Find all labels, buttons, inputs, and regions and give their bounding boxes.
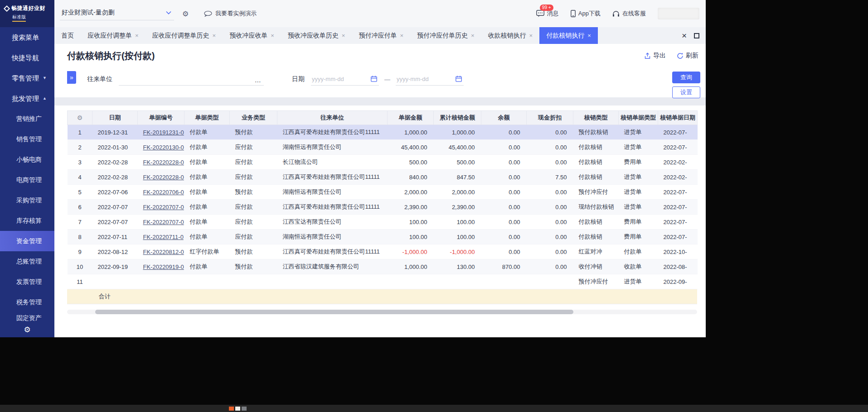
sidebar-item-税务管理[interactable]: 税务管理 (0, 292, 54, 312)
column-header[interactable]: 日期 (92, 111, 138, 125)
column-header[interactable]: 业务类型 (230, 111, 277, 125)
sidebar-item-库存核算[interactable]: 库存核算 (0, 211, 54, 231)
tab-close-icon[interactable]: × (587, 32, 591, 39)
table-row[interactable]: 11预付冲应付进货单2022-09- (68, 274, 698, 289)
sidebar-item-营销推广[interactable]: 营销推广 (0, 109, 54, 129)
sidebar-item-固定资产[interactable]: 固定资产 (0, 312, 54, 323)
table-row[interactable]: 92022-08-12FK-20220812-0红字付款单预付款江西真可爱布娃娃… (68, 244, 698, 259)
sidebar-item-发票管理[interactable]: 发票管理 (0, 272, 54, 292)
tab-close-icon[interactable]: × (135, 32, 139, 39)
sidebar-item-小畅电商[interactable]: 小畅电商 (0, 149, 54, 170)
sidebar-item-零售管理[interactable]: 零售管理▼ (0, 68, 54, 88)
tab-应收应付调整单历史[interactable]: 应收应付调整单历史× (145, 27, 223, 44)
column-header[interactable]: 核销单据日期 (658, 111, 698, 125)
cell-balance (481, 274, 527, 289)
doc-number-link[interactable]: FK-20220919-0 (143, 263, 184, 270)
search-button[interactable]: 查询 (672, 72, 700, 83)
tab-close-icon[interactable]: × (213, 32, 216, 39)
expand-filter-button[interactable]: » (67, 71, 76, 84)
sidebar-settings-gear-icon[interactable]: ⚙ (0, 325, 54, 335)
sidebar-item-总账管理[interactable]: 总账管理 (0, 251, 54, 272)
calendar-icon[interactable] (456, 76, 462, 82)
tab-close-icon[interactable]: × (342, 32, 345, 39)
tab-收款核销执行[interactable]: 收款核销执行× (481, 27, 540, 44)
tab-首页[interactable]: 首页 (54, 27, 81, 44)
org-selector[interactable]: 好业财测试-量勿删 (60, 7, 174, 20)
settings-gear-icon[interactable]: ⚙ (182, 10, 189, 18)
grid-settings-header[interactable]: ⚙ (68, 111, 92, 125)
sidebar-item-采购管理[interactable]: 采购管理 (0, 190, 54, 211)
calendar-icon[interactable] (371, 76, 377, 82)
tab-close-icon[interactable]: × (471, 32, 475, 39)
tab-close-icon[interactable]: × (400, 32, 403, 39)
doc-number-link[interactable]: FK-20220706-0 (143, 189, 184, 196)
column-header[interactable]: 单据编号 (138, 111, 184, 125)
cell-partner: 湖南恒远有限责任公司 (277, 230, 388, 244)
column-header[interactable]: 核销单据类型 (619, 111, 658, 125)
export-label: 导出 (653, 52, 666, 60)
table-row[interactable]: 22022-01-30FK-20220130-0付款单应付款湖南恒远有限责任公司… (68, 140, 698, 155)
tab-预收冲应收单历史[interactable]: 预收冲应收单历史× (281, 27, 352, 44)
close-all-icon[interactable]: × (682, 31, 687, 40)
date-from-input[interactable]: yyyy-mm-dd (311, 74, 379, 86)
tab-close-icon[interactable]: × (529, 32, 533, 39)
user-name-redacted[interactable] (658, 8, 699, 19)
table-row[interactable]: 102022-09-19FK-20220919-0付款单预付款江西省琼汉建筑服务… (68, 259, 698, 274)
cell-verify_date: 2022-10- (658, 244, 698, 259)
partner-filter-input[interactable]: ⋯ (119, 74, 264, 86)
fullscreen-icon[interactable] (694, 33, 699, 38)
tab-预付冲应付单[interactable]: 预付冲应付单× (352, 27, 410, 44)
app-download-button[interactable]: App下载 (571, 10, 601, 18)
sidebar-item-资金管理[interactable]: 资金管理 (0, 231, 54, 251)
column-header[interactable]: 单据类型 (184, 111, 230, 125)
doc-number-link[interactable]: FK-20220130-0 (143, 144, 184, 151)
export-button[interactable]: 导出 (644, 52, 666, 60)
table-row[interactable]: 32022-02-28FK-20220228-0付款单应付款长江物流公司500.… (68, 155, 698, 170)
demo-link[interactable]: 我要看实例演示 (204, 10, 257, 18)
tab-付款核销执行[interactable]: 付款核销执行× (539, 27, 598, 44)
messages-button[interactable]: 99 + 消息 (536, 10, 559, 18)
settings-button[interactable]: 设置 (672, 86, 700, 98)
cell-verify_doc_type: 进货单 (619, 170, 658, 185)
cell-verified: 500.00 (434, 155, 481, 170)
doc-number-link[interactable]: FK-20220711-0 (143, 234, 184, 240)
doc-number-link[interactable]: FK-20220228-0 (143, 159, 184, 166)
sidebar-item-电商管理[interactable]: 电商管理 (0, 170, 54, 190)
table-row[interactable]: 72022-07-07FK-20220707-0付款单应付款江西宝达有限责任公司… (68, 215, 698, 230)
online-service-button[interactable]: 在线客服 (612, 10, 646, 18)
table-row[interactable]: 52022-07-06FK-20220706-0付款单预付款湖南恒远有限责任公司… (68, 185, 698, 200)
cell-amount: 100.00 (388, 215, 434, 230)
column-header[interactable]: 累计核销金额 (434, 111, 481, 125)
taskbar-icon[interactable] (229, 407, 247, 411)
table-row[interactable]: 12019-12-31FK-20191231-0付款单预付款江西真可爱布娃娃有限… (68, 125, 698, 140)
column-header[interactable]: 核销类型 (573, 111, 619, 125)
doc-number-link[interactable]: FK-20220707-0 (143, 219, 184, 225)
sidebar-item-label: 税务管理 (16, 292, 42, 312)
tab-应收应付调整单[interactable]: 应收应付调整单× (81, 27, 145, 44)
column-header[interactable]: 往来单位 (277, 111, 388, 125)
lookup-more-icon[interactable]: ⋯ (255, 79, 261, 84)
sidebar-item-批发管理[interactable]: 批发管理▲ (0, 88, 54, 109)
sidebar-item-label: 快捷导航 (12, 48, 39, 68)
refresh-button[interactable]: 刷新 (677, 52, 698, 60)
doc-number-link[interactable]: FK-20220812-0 (143, 249, 184, 255)
table-row[interactable]: 42022-02-28FK-20220228-0付款单应付款江西真可爱布娃娃有限… (68, 170, 698, 185)
tab-预付冲应付单历史[interactable]: 预付冲应付单历史× (410, 27, 481, 44)
cell-amount: 1,000.00 (388, 259, 434, 274)
column-header[interactable]: 现金折扣 (527, 111, 573, 125)
column-header[interactable]: 余额 (481, 111, 527, 125)
column-header[interactable]: 单据金额 (388, 111, 434, 125)
sidebar-item-搜索菜单[interactable]: 搜索菜单 (0, 27, 54, 48)
table-row[interactable]: 82022-07-11FK-20220711-0付款单应付款湖南恒远有限责任公司… (68, 230, 698, 244)
tab-预收冲应收单[interactable]: 预收冲应收单× (223, 27, 281, 44)
sidebar-item-快捷导航[interactable]: 快捷导航 (0, 48, 54, 68)
app-logo: 畅捷通好业财 标准版 (0, 0, 54, 27)
table-row[interactable]: 62022-07-07FK-20220707-0付款单应付款江西真可爱布娃娃有限… (68, 200, 698, 215)
sidebar-item-销售管理[interactable]: 销售管理 (0, 129, 54, 149)
doc-number-link[interactable]: FK-20191231-0 (143, 129, 184, 136)
doc-number-link[interactable]: FK-20220707-0 (143, 204, 184, 211)
scrollbar-thumb[interactable] (95, 310, 573, 314)
date-to-input[interactable]: yyyy-mm-dd (396, 74, 464, 86)
tab-close-icon[interactable]: × (271, 32, 274, 39)
doc-number-link[interactable]: FK-20220228-0 (143, 174, 184, 181)
